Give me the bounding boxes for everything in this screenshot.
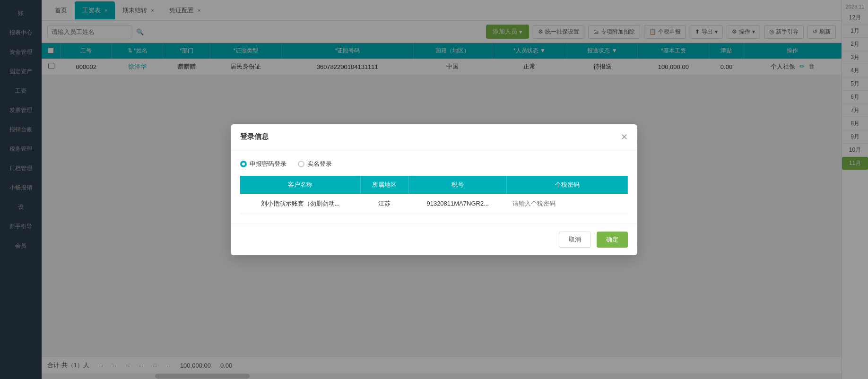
confirm-button[interactable]: 确定 xyxy=(597,232,628,248)
radio-password-icon xyxy=(240,161,247,167)
modal-title: 登录信息 xyxy=(240,132,269,141)
modal-cell-region: 江苏 xyxy=(360,194,409,214)
modal-cell-client: 刘小艳演示账套（勿删勿动... xyxy=(240,194,360,214)
radio-password-login[interactable]: 申报密码登录 xyxy=(240,160,286,168)
modal-col-tax-number: 税号 xyxy=(409,176,507,194)
radio-realname-login[interactable]: 实名登录 xyxy=(298,160,332,168)
modal-header: 登录信息 ✕ xyxy=(231,124,637,150)
modal-col-password: 个税密码 xyxy=(507,176,628,194)
radio-realname-icon xyxy=(298,161,304,167)
modal-col-region: 所属地区 xyxy=(360,176,409,194)
modal-footer: 取消 确定 xyxy=(231,224,637,255)
modal-cell-tax-number: 91320811MA7NGR2... xyxy=(409,194,507,214)
login-modal: 登录信息 ✕ 申报密码登录 实名登录 客户名称 所属 xyxy=(231,124,637,255)
modal-table: 客户名称 所属地区 税号 个税密码 刘小艳演示账套（勿删勿动... 江苏 913… xyxy=(240,176,628,214)
modal-close-button[interactable]: ✕ xyxy=(621,132,628,142)
modal-table-row: 刘小艳演示账套（勿删勿动... 江苏 91320811MA7NGR2... xyxy=(240,194,628,214)
modal-cell-password[interactable] xyxy=(507,194,628,214)
modal-body: 申报密码登录 实名登录 客户名称 所属地区 税号 个税密码 xyxy=(231,150,637,224)
cancel-button[interactable]: 取消 xyxy=(559,232,591,248)
modal-col-client: 客户名称 xyxy=(240,176,360,194)
password-input[interactable] xyxy=(512,200,622,207)
modal-overlay: 登录信息 ✕ 申报密码登录 实名登录 客户名称 所属 xyxy=(0,0,868,379)
radio-row: 申报密码登录 实名登录 xyxy=(240,160,628,168)
